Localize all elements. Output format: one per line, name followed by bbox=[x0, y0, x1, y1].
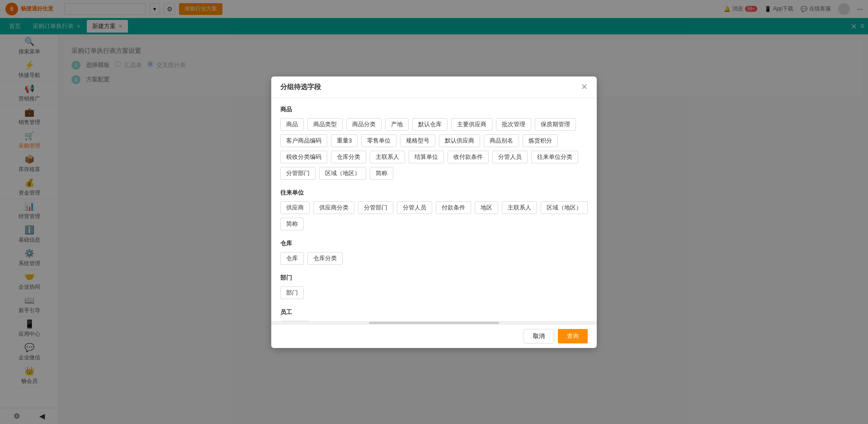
section-title-商品: 商品 bbox=[280, 105, 588, 114]
field-grid-商品: 商品商品类型商品分类产地默认仓库主要供应商批次管理保质期管理客户商品编码重量3零… bbox=[280, 118, 588, 180]
field-tag[interactable]: 商品 bbox=[280, 118, 304, 131]
field-tag[interactable]: 区域（地区） bbox=[319, 167, 366, 180]
field-tag[interactable]: 默认供应商 bbox=[439, 134, 480, 147]
field-section-员工: 员工业务员 bbox=[280, 308, 588, 321]
field-tag[interactable]: 商品类型 bbox=[307, 118, 343, 131]
section-title-员工: 员工 bbox=[280, 308, 588, 316]
field-tag[interactable]: 税收分类编码 bbox=[280, 151, 327, 163]
field-tag[interactable]: 默认仓库 bbox=[412, 118, 448, 131]
field-tag[interactable]: 分管部门 bbox=[358, 201, 393, 214]
field-grid-往来单位: 供应商供应商分类分管部门分管人员付款条件地区主联系人区域（地区）简称 bbox=[280, 201, 588, 230]
confirm-button[interactable]: 查询 bbox=[558, 329, 588, 343]
modal-scrollbar-h-thumb bbox=[369, 322, 499, 324]
field-section-仓库: 仓库仓库仓库分类 bbox=[280, 239, 588, 265]
field-tag[interactable]: 简称 bbox=[280, 218, 304, 230]
field-section-商品: 商品商品商品类型商品分类产地默认仓库主要供应商批次管理保质期管理客户商品编码重量… bbox=[280, 105, 588, 180]
content-area: 采购订单执行表方案设置 1 选择模板 汇总表 交叉统计表 2 方案配置 分组待选… bbox=[59, 34, 868, 424]
field-tag[interactable]: 批次管理 bbox=[496, 118, 531, 131]
field-grid-部门: 部门 bbox=[280, 286, 588, 299]
field-tag[interactable]: 仓库分类 bbox=[331, 151, 366, 163]
field-tag[interactable]: 分管部门 bbox=[280, 167, 316, 180]
modal-header: 分组待选字段 ✕ bbox=[271, 76, 597, 98]
modal-scrollbar-h[interactable] bbox=[271, 321, 597, 324]
field-tag[interactable]: 规格型号 bbox=[400, 134, 435, 147]
modal-close-btn[interactable]: ✕ bbox=[581, 83, 588, 91]
field-tag[interactable]: 商品分类 bbox=[346, 118, 382, 131]
field-tag[interactable]: 供应商 bbox=[280, 201, 310, 214]
field-tag[interactable]: 客户商品编码 bbox=[280, 134, 327, 147]
field-grid-仓库: 仓库仓库分类 bbox=[280, 252, 588, 265]
modal-body[interactable]: 商品商品商品类型商品分类产地默认仓库主要供应商批次管理保质期管理客户商品编码重量… bbox=[271, 98, 597, 321]
modal-footer: 取消 查询 bbox=[271, 324, 597, 348]
field-tag[interactable]: 零售单位 bbox=[361, 134, 396, 147]
field-tag[interactable]: 分管人员 bbox=[492, 151, 528, 163]
section-title-仓库: 仓库 bbox=[280, 239, 588, 248]
field-tag[interactable]: 主要供应商 bbox=[451, 118, 492, 131]
section-title-往来单位: 往来单位 bbox=[280, 189, 588, 197]
cancel-button[interactable]: 取消 bbox=[524, 329, 554, 343]
field-tag[interactable]: 产地 bbox=[385, 118, 409, 131]
field-tag[interactable]: 仓库分类 bbox=[307, 252, 343, 265]
field-tag[interactable]: 重量3 bbox=[331, 134, 358, 147]
field-tag[interactable]: 主联系人 bbox=[370, 151, 405, 163]
field-tag[interactable]: 保质期管理 bbox=[535, 118, 576, 131]
field-tag[interactable]: 分管人员 bbox=[397, 201, 432, 214]
modal-overlay: 分组待选字段 ✕ 商品商品商品类型商品分类产地默认仓库主要供应商批次管理保质期管… bbox=[59, 34, 868, 424]
modal: 分组待选字段 ✕ 商品商品商品类型商品分类产地默认仓库主要供应商批次管理保质期管… bbox=[271, 76, 597, 348]
field-tag[interactable]: 商品别名 bbox=[484, 134, 519, 147]
section-title-部门: 部门 bbox=[280, 274, 588, 282]
field-tag[interactable]: 地区 bbox=[475, 201, 498, 214]
field-section-部门: 部门部门 bbox=[280, 274, 588, 299]
field-tag[interactable]: 收付款条件 bbox=[448, 151, 489, 163]
field-tag[interactable]: 仓库 bbox=[280, 252, 304, 265]
field-tag[interactable]: 往来单位分类 bbox=[531, 151, 578, 163]
field-tag[interactable]: 区域（地区） bbox=[541, 201, 588, 214]
modal-title: 分组待选字段 bbox=[280, 83, 321, 91]
field-tag[interactable]: 简称 bbox=[370, 167, 393, 180]
field-tag[interactable]: 炼货积分 bbox=[523, 134, 558, 147]
field-tag[interactable]: 主联系人 bbox=[502, 201, 537, 214]
field-tag[interactable]: 付款条件 bbox=[436, 201, 471, 214]
field-tag[interactable]: 供应商分类 bbox=[313, 201, 354, 214]
field-section-往来单位: 往来单位供应商供应商分类分管部门分管人员付款条件地区主联系人区域（地区）简称 bbox=[280, 189, 588, 230]
field-tag[interactable]: 结算单位 bbox=[409, 151, 444, 163]
main-layout: 🔍 搜索菜单 ⚡ 快捷导航 📢 营销推广 💼 销售管理 🛒 采购管理 📦 库存核… bbox=[0, 34, 868, 424]
field-tag[interactable]: 部门 bbox=[280, 286, 304, 299]
